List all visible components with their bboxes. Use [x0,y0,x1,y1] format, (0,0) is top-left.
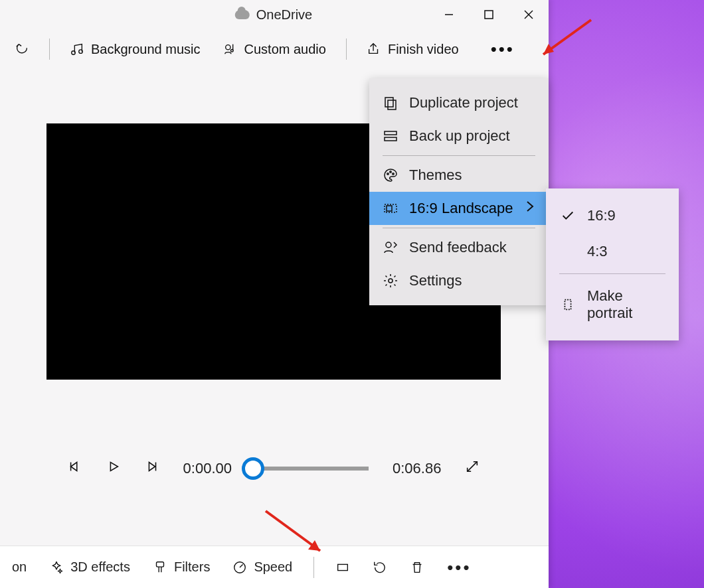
speed-label: Speed [254,559,292,575]
custom-audio-button[interactable]: Custom audio [215,36,334,62]
separator [313,557,314,578]
music-icon [70,42,84,56]
svg-rect-15 [385,131,396,135]
menu-aspect-ratio[interactable]: 16:9 Landscape [369,192,549,225]
submenu-16-9-label: 16:9 [587,207,616,224]
svg-rect-1 [485,11,493,19]
svg-rect-12 [338,564,348,570]
more-menu: Duplicate project Back up project Themes… [369,78,549,305]
svg-point-19 [393,173,394,175]
menu-feedback-label: Send feedback [409,239,507,256]
rotate-button[interactable] [366,560,394,575]
menu-separator [383,155,535,156]
menu-settings[interactable]: Settings [369,264,549,297]
svg-rect-10 [156,561,163,566]
svg-point-6 [225,45,230,50]
svg-rect-21 [387,206,392,211]
gear-icon [383,273,398,289]
trash-icon [410,560,424,575]
play-button[interactable] [106,459,121,478]
redo-button[interactable] [7,36,37,62]
minimize-button[interactable] [429,0,469,31]
menu-themes-label: Themes [409,167,462,184]
close-button[interactable] [509,0,549,31]
filters-label: Filters [174,559,210,575]
submenu-16-9[interactable]: 16:9 [546,198,679,234]
resize-button[interactable] [329,560,357,575]
background-music-label: Background music [91,42,201,57]
svg-rect-14 [388,100,396,110]
crop-icon [335,560,350,575]
menu-send-feedback[interactable]: Send feedback [369,231,549,264]
portrait-icon [561,297,575,312]
submenu-make-portrait[interactable]: Make portrait [546,278,679,331]
menu-settings-label: Settings [409,272,462,289]
redo-icon [15,42,29,56]
window-title: OneDrive [256,7,312,23]
svg-point-22 [386,242,391,248]
svg-point-7 [230,49,233,52]
menu-backup-project[interactable]: Back up project [369,119,549,153]
background-music-button[interactable]: Background music [62,36,209,62]
cloud-icon [235,7,250,22]
seek-thumb[interactable] [242,457,264,480]
duplicate-icon [383,95,398,111]
more-button[interactable]: ••• [483,36,523,62]
custom-audio-icon [223,42,238,56]
fullscreen-button[interactable] [465,459,480,478]
filters-button[interactable]: Filters [146,559,217,575]
menu-separator [383,228,535,228]
svg-rect-24 [565,300,571,310]
submenu-4-3-label: 4:3 [587,243,608,260]
svg-point-17 [387,173,389,175]
submenu-portrait-label: Make portrait [587,287,664,322]
motion-label-fragment: on [12,559,27,575]
transport-controls: 0:00.00 0:06.86 [25,459,522,478]
speed-icon [232,560,247,575]
rotate-icon [373,560,387,575]
feedback-icon [383,240,398,256]
menu-aspect-label: 16:9 Landscape [409,200,513,217]
current-time: 0:00.00 [183,460,232,477]
finish-video-label: Finish video [388,42,459,57]
3d-effects-label: 3D effects [70,559,130,575]
svg-point-18 [390,171,391,173]
custom-audio-label: Custom audio [244,42,326,57]
bottom-toolbar: on 3D effects Filters Speed [0,546,549,588]
menu-themes[interactable]: Themes [369,159,549,192]
sparkle-icon [49,560,64,575]
maximize-button[interactable] [469,0,509,31]
submenu-4-3[interactable]: 4:3 [546,234,679,269]
svg-rect-16 [385,137,396,141]
palette-icon [383,167,398,183]
separator [346,38,347,60]
backup-icon [383,128,398,144]
submenu-separator [559,273,665,274]
speed-button[interactable]: Speed [226,559,299,575]
3d-effects-button[interactable]: 3D effects [43,559,137,575]
chevron-right-icon [522,198,538,218]
seek-bar[interactable] [256,467,369,471]
menu-duplicate-label: Duplicate project [409,94,518,111]
svg-point-23 [389,279,393,283]
finish-video-button[interactable]: Finish video [359,36,467,62]
top-toolbar: Background music Custom audio Finish vid… [0,31,549,68]
motion-button-fragment[interactable]: on [5,559,33,575]
menu-duplicate-project[interactable]: Duplicate project [369,86,549,119]
delete-button[interactable] [403,560,431,575]
svg-rect-13 [385,98,393,107]
total-time: 0:06.86 [393,460,441,477]
aspect-submenu: 16:9 4:3 Make portrait [546,188,679,340]
check-icon [561,208,575,223]
separator [49,38,50,60]
share-icon [367,42,381,56]
filters-icon [153,560,167,575]
menu-backup-label: Back up project [409,127,510,145]
next-frame-button[interactable] [145,459,159,478]
aspect-icon [383,200,398,216]
title-bar: OneDrive [0,0,549,31]
prev-frame-button[interactable] [68,459,82,478]
